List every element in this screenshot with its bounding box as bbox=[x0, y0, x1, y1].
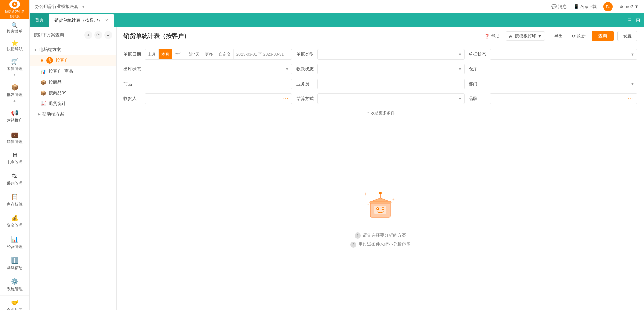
brand-select[interactable]: ··· bbox=[490, 93, 637, 104]
tab-close-icon[interactable]: ✕ bbox=[105, 18, 108, 23]
sidebar-item-search[interactable]: 🔍 搜索菜单 bbox=[0, 19, 29, 38]
message-button[interactable]: 💬 消息 bbox=[551, 4, 567, 10]
tree-item-by-goods[interactable]: 📦 按商品 bbox=[30, 77, 116, 88]
sidebar-item-quick-nav[interactable]: ⭐ 快捷导航 bbox=[0, 38, 29, 54]
salesperson-label: 业务员 bbox=[296, 81, 315, 87]
filter-row-1: 单据日期 上月 本月 本年 近7天 更多 自定义 2023-03-01 至 20… bbox=[123, 49, 637, 60]
query-button[interactable]: 查询 bbox=[592, 31, 614, 41]
page-title-bar: 销货单统计表（按客户） ❓ 帮助 🖨 按模板打印 ▼ ↑ 导出 bbox=[117, 27, 644, 44]
help-button[interactable]: ❓ 帮助 bbox=[482, 32, 502, 40]
receipt-status-select[interactable]: ▼ bbox=[317, 64, 465, 74]
refresh-scheme-button[interactable]: ⟳ bbox=[94, 31, 102, 39]
sidebar-item-wholesale[interactable]: 📦 批发管理 ▲ bbox=[0, 80, 29, 106]
desktop-toggle-icon: ▼ bbox=[34, 48, 37, 52]
operations-icon: 📊 bbox=[11, 236, 18, 243]
tree-item-by-customer-goods[interactable]: 📊 按客户+商品 bbox=[30, 66, 116, 77]
refresh-icon: ⟳ bbox=[572, 34, 576, 39]
sidebar-item-basic[interactable]: ℹ️ 基础信息 bbox=[0, 253, 29, 274]
mobile-toggle-icon: ▶ bbox=[38, 112, 40, 116]
left-panel-header: 按以下方案查询 + ⟳ « bbox=[30, 27, 116, 42]
settings-button[interactable]: 设置 bbox=[617, 31, 637, 41]
sidebar-item-enterprise[interactable]: 🤝 企业协同 bbox=[0, 296, 29, 310]
date-tab-custom[interactable]: 自定义 bbox=[216, 49, 234, 59]
add-scheme-button[interactable]: + bbox=[84, 31, 92, 39]
inventory-icon: 📋 bbox=[11, 193, 18, 201]
goods-label: 商品 bbox=[123, 81, 142, 87]
username-label[interactable]: demo2 ▼ bbox=[620, 4, 639, 9]
receiver-field: 收货人 ··· bbox=[123, 93, 292, 104]
doc-type-select[interactable]: ▼ bbox=[317, 49, 465, 60]
sidebar-item-sales[interactable]: 💼 销售管理 bbox=[0, 127, 29, 148]
retail-icon: 🛒 bbox=[11, 58, 18, 65]
date-tab-this-month[interactable]: 本月 bbox=[159, 49, 172, 59]
date-label: 单据日期 bbox=[123, 51, 142, 57]
by-customer-avatar: 客 bbox=[46, 57, 53, 64]
by-customer-goods-label: 按客户+商品 bbox=[49, 68, 73, 74]
sidebar-item-ecommerce[interactable]: 🖥 电商管理 bbox=[0, 148, 29, 169]
mobile-group-label: 移动端方案 bbox=[42, 111, 64, 117]
receiver-select[interactable]: ··· bbox=[145, 93, 292, 104]
doc-status-select[interactable]: ▼ bbox=[490, 49, 637, 60]
sidebar-item-inventory[interactable]: 📋 库存核算 bbox=[0, 190, 29, 211]
receiver-dots-icon: ··· bbox=[282, 96, 289, 102]
refresh-button[interactable]: ⟳ 刷新 bbox=[569, 32, 588, 40]
out-status-label: 出库状态 bbox=[123, 66, 142, 72]
tab-minimize-icon[interactable]: ⊟ bbox=[627, 17, 632, 23]
date-tab-last-7[interactable]: 近7天 bbox=[186, 49, 202, 59]
app-download-button[interactable]: 📱 App下载 bbox=[574, 4, 597, 10]
system-icon: ⚙️ bbox=[11, 278, 18, 285]
warehouse-label: 仓库 bbox=[469, 66, 487, 72]
sidebar-item-marketing[interactable]: 📢 营销推广 bbox=[0, 106, 29, 127]
warehouse-select[interactable]: ··· bbox=[490, 64, 637, 74]
collapse-panel-button[interactable]: « bbox=[104, 31, 112, 39]
tree-item-by-customer[interactable]: ● 客 按客户 bbox=[30, 55, 116, 66]
tab-expand-icon[interactable]: ⊞ bbox=[636, 17, 640, 23]
date-tab-more[interactable]: 更多 bbox=[202, 49, 216, 59]
department-select[interactable]: ▼ bbox=[490, 79, 637, 89]
settlement-select[interactable]: ▼ bbox=[317, 93, 465, 104]
return-stats-label: 退货统计 bbox=[49, 101, 66, 107]
by-customer-label: 按客户 bbox=[56, 57, 69, 63]
app-name: 畅捷通好生意 bbox=[5, 9, 25, 14]
export-icon: ↑ bbox=[551, 34, 553, 39]
help-icon: ❓ bbox=[484, 34, 490, 39]
empty-state: ✦ ✦ ✦ 1 请先选择要分析的方案 2 用过滤条件来缩小分析范围 bbox=[117, 121, 644, 310]
left-panel-title: 按以下方案查询 bbox=[34, 32, 64, 38]
sidebar-item-operations[interactable]: 📊 经营管理 bbox=[0, 232, 29, 253]
export-button[interactable]: ↑ 导出 bbox=[548, 32, 566, 40]
date-range-picker[interactable]: 上月 本月 本年 近7天 更多 自定义 2023-03-01 至 2023-03… bbox=[145, 49, 292, 60]
sidebar-item-purchase[interactable]: 🛍 采购管理 bbox=[0, 169, 29, 190]
tree-item-by-goods-99[interactable]: 📦 按商品99 bbox=[30, 88, 116, 98]
breadcrumb-dropdown[interactable]: ▼ bbox=[81, 4, 85, 9]
out-status-select[interactable]: ▼ bbox=[145, 64, 292, 74]
return-icon: 📈 bbox=[40, 101, 46, 106]
salesperson-select[interactable]: ··· bbox=[317, 79, 465, 89]
empty-illustration: ✦ ✦ ✦ bbox=[360, 184, 400, 224]
by-goods-99-label: 按商品99 bbox=[49, 90, 66, 96]
tree-group-desktop[interactable]: ▼ 电脑端方案 bbox=[30, 45, 116, 55]
collapse-bar[interactable]: ⌃ 收起更多条件 bbox=[123, 108, 637, 118]
print-button[interactable]: 🖨 按模板打印 ▼ bbox=[506, 31, 545, 41]
desktop-group-label: 电脑端方案 bbox=[39, 47, 61, 53]
wholesale-icon: 📦 bbox=[11, 84, 18, 91]
purchase-icon: 🛍 bbox=[12, 172, 18, 179]
tab-home[interactable]: 首页 bbox=[30, 13, 49, 27]
goods-select[interactable]: ··· bbox=[145, 79, 292, 89]
tab-sales-stats[interactable]: 销货单统计表（按客户） ✕ bbox=[49, 14, 114, 27]
basic-icon: ℹ️ bbox=[11, 257, 18, 264]
tree-group-mobile[interactable]: ▶ 移动端方案 bbox=[30, 109, 116, 119]
user-avatar[interactable]: Ea bbox=[603, 2, 613, 11]
tree-item-return-stats[interactable]: 📈 退货统计 bbox=[30, 98, 116, 109]
tab-bar: 首页 销货单统计表（按客户） ✕ ⊟ ⊞ bbox=[30, 13, 644, 27]
department-field: 部门 ▼ bbox=[469, 79, 637, 89]
date-tab-last-month[interactable]: 上月 bbox=[145, 49, 159, 59]
doc-type-label: 单据类型 bbox=[296, 51, 315, 57]
sidebar-item-retail[interactable]: 🛒 零售管理 ▼ bbox=[0, 54, 29, 80]
page-title: 销货单统计表（按客户） bbox=[123, 32, 190, 40]
sidebar-item-system[interactable]: ⚙️ 系统管理 bbox=[0, 274, 29, 296]
sidebar-item-finance[interactable]: 💰 资金管理 bbox=[0, 211, 29, 232]
content-area: 按以下方案查询 + ⟳ « ▼ 电脑端方案 ● 客 按客户 bbox=[30, 27, 644, 310]
app-logo[interactable]: 畅捷通好生意 标账版 bbox=[0, 0, 30, 19]
date-tab-this-year[interactable]: 本年 bbox=[172, 49, 186, 59]
doc-status-label: 单据状态 bbox=[469, 51, 487, 57]
